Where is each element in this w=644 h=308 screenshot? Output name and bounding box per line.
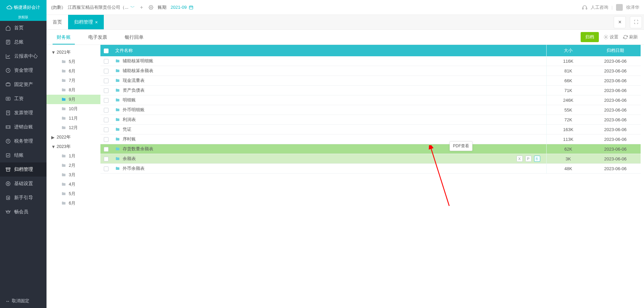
table-row[interactable]: 凭证163K2023-06-06: [100, 125, 641, 134]
row-checkbox[interactable]: [104, 69, 109, 73]
nav-ledger[interactable]: 总账: [0, 35, 47, 49]
ledger-icon: [5, 39, 11, 45]
file-name: 存货数量余额表: [123, 146, 153, 152]
settings-link[interactable]: 设置: [604, 34, 618, 40]
caret-icon: ▶: [51, 135, 55, 140]
subtab-0[interactable]: 财务账: [53, 31, 75, 44]
chart-icon: [5, 54, 11, 59]
pdf-view-icon[interactable]: ⎘: [534, 156, 540, 162]
refresh-icon: [623, 35, 628, 39]
nav-chart[interactable]: 云报表中心: [0, 49, 47, 63]
chevron-down-icon: ﹀: [130, 4, 135, 10]
tree-month[interactable]: 7月: [47, 76, 100, 85]
nav-guide[interactable]: 新手引导: [0, 191, 47, 205]
table-row[interactable]: 外币余额表48K2023-06-06: [100, 164, 641, 174]
file-size: 66K: [546, 76, 590, 86]
wallet-icon: [5, 68, 11, 73]
row-checkbox[interactable]: [104, 108, 109, 113]
pdf-download-icon[interactable]: P: [525, 156, 531, 162]
tree-month[interactable]: 5月: [47, 57, 100, 66]
nav-invoice[interactable]: 发票管理: [0, 106, 47, 120]
folder-icon: [61, 182, 66, 187]
tab-home[interactable]: 首页: [47, 15, 68, 29]
avatar[interactable]: [616, 4, 623, 11]
table-row[interactable]: 资产负债表71K2023-06-06: [100, 86, 641, 95]
help-link[interactable]: 人工咨询: [591, 4, 608, 10]
nav-inout[interactable]: 进销台账: [0, 120, 47, 134]
nav-home[interactable]: 首页: [0, 21, 47, 35]
fullscreen-button[interactable]: ⛶: [630, 16, 642, 28]
row-checkbox[interactable]: [104, 157, 109, 161]
table-row[interactable]: 辅助核算明细账116K2023-06-06: [100, 56, 641, 66]
file-name: 现金流量表: [123, 78, 145, 84]
company-selector[interactable]: (勿删） 江西服宝精品有限责任公司（... ﹀: [51, 4, 135, 10]
tree-month[interactable]: 5月: [47, 189, 100, 198]
folder-icon: [115, 59, 120, 63]
file-size: 113K: [546, 134, 590, 144]
close-icon[interactable]: ×: [95, 20, 98, 25]
nav-close[interactable]: 结账: [0, 148, 47, 162]
nav-tax[interactable]: 税务管理: [0, 134, 47, 148]
tree-month[interactable]: 6月: [47, 198, 100, 208]
archive-button[interactable]: 归档: [581, 32, 599, 42]
brand-logo: 畅捷通好会计: [0, 0, 47, 15]
table-row[interactable]: 明细账246K2023-06-06: [100, 95, 641, 105]
file-name: 辅助核算明细账: [123, 58, 153, 64]
nav-asset[interactable]: 固定资产: [0, 78, 47, 92]
row-checkbox[interactable]: [104, 127, 109, 132]
company-name: 江西服宝精品有限责任公司（...: [68, 4, 128, 10]
tab-archive[interactable]: 归档管理 ×: [68, 15, 104, 29]
row-checkbox[interactable]: [104, 137, 109, 142]
tree-month[interactable]: 3月: [47, 170, 100, 180]
row-checkbox[interactable]: [104, 147, 109, 152]
tree-month[interactable]: 8月: [47, 85, 100, 95]
table-row[interactable]: 序时账113K2023-06-06: [100, 134, 641, 144]
row-checkbox[interactable]: [104, 166, 109, 171]
nav-gear[interactable]: 基础设置: [0, 177, 47, 191]
tree-month[interactable]: 4月: [47, 180, 100, 189]
nav-wallet[interactable]: 资金管理: [0, 63, 47, 78]
tree-month[interactable]: 10月: [47, 104, 100, 114]
tree-month[interactable]: 12月: [47, 123, 100, 132]
tree-year[interactable]: ▼2021年: [47, 48, 100, 57]
table-row[interactable]: 辅助核算余额表81K2023-06-06: [100, 66, 641, 76]
gear-icon[interactable]: [148, 5, 154, 10]
main: (勿删） 江西服宝精品有限责任公司（... ﹀ 账期 2021-09: [47, 0, 644, 308]
tree-month[interactable]: 2月: [47, 161, 100, 170]
table-row[interactable]: 现金流量表66K2023-06-06: [100, 76, 641, 86]
row-checkbox[interactable]: [104, 59, 109, 64]
excel-download-icon[interactable]: X: [517, 156, 523, 162]
nav-salary[interactable]: 工资: [0, 92, 47, 106]
close-tab-button[interactable]: ✕: [614, 16, 626, 28]
tree-month[interactable]: 9月: [47, 95, 100, 104]
sidebar-unpin[interactable]: ↔ 取消固定: [0, 294, 47, 308]
tree-year[interactable]: ▼2023年: [47, 142, 100, 151]
th-checkbox[interactable]: [100, 45, 112, 56]
file-size: 55K: [546, 105, 590, 115]
gear-icon: [604, 35, 608, 39]
folder-icon: [115, 98, 120, 102]
tree-month[interactable]: 6月: [47, 66, 100, 76]
nav-archive[interactable]: 归档管理: [0, 162, 47, 177]
tree-year[interactable]: ▶2022年: [47, 132, 100, 142]
table-row[interactable]: 余额表XP⎘3K2023-06-06: [100, 154, 641, 164]
table-row[interactable]: 存货数量余额表62K2023-06-06: [100, 144, 641, 154]
nav-vip[interactable]: 畅会员: [0, 205, 47, 219]
svg-rect-17: [582, 8, 583, 9]
table-row[interactable]: 利润表72K2023-06-06: [100, 115, 641, 125]
subtab-1[interactable]: 电子发票: [84, 31, 111, 44]
period-selector[interactable]: 2021-09: [171, 5, 193, 10]
row-checkbox[interactable]: [104, 118, 109, 122]
row-checkbox[interactable]: [104, 88, 109, 93]
add-icon[interactable]: [139, 5, 144, 10]
file-size: 62K: [546, 144, 590, 154]
calendar-icon: [189, 5, 193, 10]
refresh-link[interactable]: 刷新: [623, 34, 638, 40]
table-row[interactable]: 外币明细账55K2023-06-06: [100, 105, 641, 115]
folder-icon: [115, 127, 120, 132]
tree-month[interactable]: 11月: [47, 114, 100, 123]
subtab-2[interactable]: 银行回单: [121, 31, 148, 44]
row-checkbox[interactable]: [104, 79, 109, 83]
row-checkbox[interactable]: [104, 98, 109, 103]
tree-month[interactable]: 1月: [47, 151, 100, 161]
